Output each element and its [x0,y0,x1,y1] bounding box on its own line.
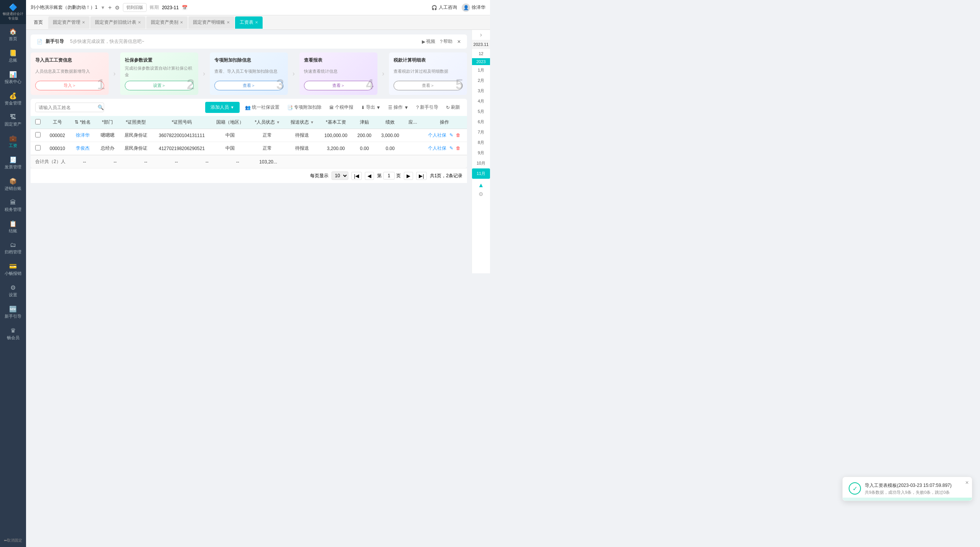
invoicing-icon: 🧾 [9,156,17,163]
th-report-status: 报送状态 ▼ [285,116,319,129]
sidebar-item-expense[interactable]: 💳 小畅报销 [0,259,26,273]
guide-video-link[interactable]: ▶ 视频 [422,38,435,45]
user-profile[interactable]: 👤 徐泽华 [462,3,485,12]
row2-name[interactable]: 李俊杰 [70,142,96,155]
calendar-settings-icon[interactable]: ⚙ [479,191,483,197]
per-page-select[interactable]: 10 20 50 [332,171,348,180]
search-input[interactable] [39,105,96,110]
calendar-month-6[interactable]: 6月 [472,117,490,127]
table-header-row: 工号 ⇅ *姓名 *部门 *证照类型 *证照号码 国籍（地区） *人员状态 ▼ … [31,116,467,129]
sidebar-item-fixed-assets[interactable]: 🏗 固定资产 [0,110,26,131]
calendar-month-11[interactable]: 11月 [472,168,490,179]
calendar-month-8[interactable]: 8月 [472,137,490,148]
row1-id-type: 居民身份证 [119,129,152,142]
tab-close-depreciation[interactable]: ✕ [138,20,141,24]
guide-subtitle: 5步快速完成设置，快去完善信息吧~ [70,38,144,45]
add-account-button[interactable]: + [108,4,112,11]
calendar-month-3[interactable]: 3月 [472,86,490,96]
sidebar-item-ledger[interactable]: 📒 总账 [0,46,26,67]
sidebar-item-tax[interactable]: 🏛 税务管理 [0,195,26,216]
calendar-month-7[interactable]: 7月 [472,127,490,137]
row2-edit-icon[interactable]: ✎ [449,145,453,151]
prev-page-button[interactable]: ◀ [365,172,374,180]
export-button[interactable]: ⬇ 导出 ▼ [359,103,383,112]
step-1-button[interactable]: 导入＞ [35,81,104,90]
row1-edit-icon[interactable]: ✎ [449,132,453,138]
close-books-icon: 📋 [9,220,17,227]
settings-button[interactable]: ⚙ [115,5,120,11]
tab-close-salary[interactable]: ✕ [255,20,258,24]
calendar-month-12[interactable]: 12 [472,49,490,58]
sidebar-item-funds[interactable]: 💰 资金管理 [0,88,26,110]
tab-close-detail[interactable]: ✕ [227,20,230,24]
sidebar-item-purchase-sales[interactable]: 📦 进销台账 [0,174,26,195]
sidebar-item-reports[interactable]: 📊 报表中心 [0,67,26,88]
step-4-button[interactable]: 查看＞ [304,81,373,90]
sidebar-item-salary[interactable]: 💼 工资 [0,131,26,152]
sidebar-item-archive[interactable]: 🗂 归档管理 [0,238,26,259]
row2-delete-icon[interactable]: 🗑 [456,145,461,151]
row1-name[interactable]: 徐泽华 [70,129,96,142]
tax-report-button[interactable]: 🏛 个税申报 [327,103,356,112]
calendar-month-10[interactable]: 10月 [472,158,490,168]
calendar-month-4[interactable]: 4月 [472,96,490,106]
next-page-button[interactable]: ▶ [404,172,413,180]
export-icon: ⬇ [361,105,365,110]
service-button[interactable]: 🎧 人工咨询 [431,4,457,11]
row1-delete-icon[interactable]: 🗑 [456,132,461,138]
tab-fixed-assets[interactable]: 固定资产管理 ✕ [48,16,90,29]
sidebar-item-home[interactable]: 🏠 首页 [0,24,26,46]
guide-btn-label: 新手引导 [420,104,438,111]
row1-op-label[interactable]: 个人社保 [428,132,446,138]
search-box[interactable]: 🔍 [35,103,104,112]
deduction-button[interactable]: 📑 专项附加扣除 [285,103,324,112]
panel-collapse-button[interactable]: › [479,30,483,40]
report-filter-icon[interactable]: ▼ [310,120,314,124]
row1-check[interactable] [35,132,41,137]
calendar-month-1[interactable]: 1月 [472,65,490,75]
tab-close-category[interactable]: ✕ [180,20,183,24]
step-2-button[interactable]: 设置＞ [125,81,194,90]
step-5-button[interactable]: 查看＞ [394,81,462,90]
tab-depreciation[interactable]: 固定资产折旧统计表 ✕ [90,16,145,29]
select-all-checkbox[interactable] [35,119,41,124]
row2-check[interactable] [35,145,41,150]
switch-version-button[interactable]: 切到旧版 [123,3,147,12]
guide-button[interactable]: ? 新手引导 [414,103,441,112]
account-dropdown-icon[interactable]: ▼ [101,5,105,10]
tab-detail[interactable]: 固定资产明细账 ✕ [188,16,234,29]
step-3-button[interactable]: 查看＞ [214,81,283,90]
social-settings-button[interactable]: 👥 统一社保设置 [243,103,282,112]
tab-salary[interactable]: 工资表 ✕ [235,16,263,29]
add-person-button[interactable]: 添加人员 ▼ [205,102,240,113]
sort-icon[interactable]: ⇅ [75,119,78,125]
first-page-button[interactable]: |◀ [351,172,362,180]
tab-close-fixed-assets[interactable]: ✕ [82,20,85,24]
tab-home[interactable]: 首页 [29,16,47,29]
guide-btn-icon: ? [416,105,419,110]
calendar-year-badge: 2023 [472,58,490,65]
row1-basic-salary: 100,000.00 [319,129,353,142]
app-logo[interactable]: 🔷 畅捷通好会计 专业版 [0,0,26,24]
calendar-icon[interactable]: 📅 [182,5,188,10]
ops-button[interactable]: ☰ 操作 ▼ [386,103,411,112]
status-filter-icon[interactable]: ▼ [276,120,280,124]
calendar-month-9[interactable]: 9月 [472,148,490,158]
ops-icon: ☰ [388,105,392,110]
calendar-up-icon[interactable]: ▲ [478,182,484,189]
guide-close-button[interactable]: ✕ [457,39,461,44]
sidebar-item-invoicing[interactable]: 🧾 发票管理 [0,152,26,174]
th-tax: 应... [404,116,422,129]
guide-help-link[interactable]: ? 帮助 [440,38,452,45]
row2-op-label[interactable]: 个人社保 [428,145,446,151]
tab-category[interactable]: 固定资产类别 ✕ [146,16,188,29]
calendar-month-2[interactable]: 2月 [472,75,490,86]
salary-icon: 💼 [9,135,17,142]
calendar-month-5[interactable]: 5月 [472,106,490,117]
last-page-button[interactable]: ▶| [416,172,426,180]
refresh-button[interactable]: ↻ 刷新 [444,103,462,112]
sidebar-label-funds: 资金管理 [5,100,21,106]
step-3-desc: 查看、导入员工专项附加扣除信息 [214,68,283,75]
sidebar-item-close[interactable]: 📋 结账 [0,216,26,238]
user-name: 徐泽华 [472,4,485,11]
